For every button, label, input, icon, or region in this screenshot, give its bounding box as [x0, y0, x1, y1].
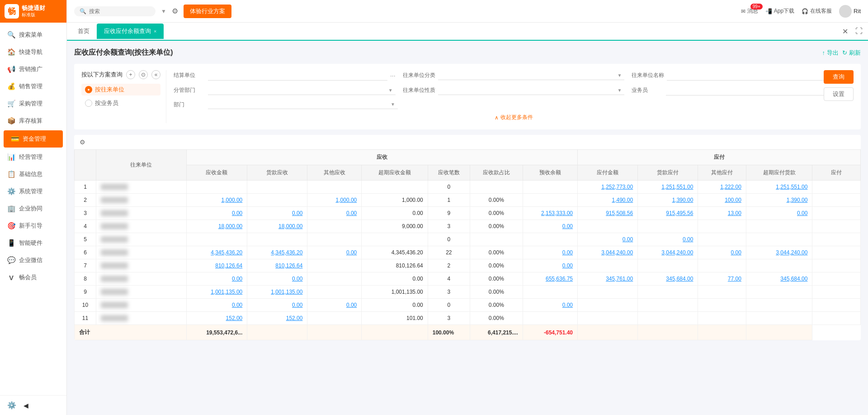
cell-val[interactable]: 0.00 [638, 233, 698, 246]
sidebar-item-quicknav[interactable]: 🏠 快捷导航 [0, 43, 66, 61]
topbar-search-input[interactable] [89, 8, 143, 14]
salesperson-input[interactable] [666, 85, 845, 95]
cell-val[interactable]: 0.00 [307, 246, 362, 259]
app-download-btn[interactable]: 📲 App下载 [765, 7, 794, 15]
cell-val[interactable]: 18,000.00 [186, 220, 247, 233]
cell-val[interactable]: 18,000.00 [247, 220, 307, 233]
cell-val[interactable]: 0.00 [307, 207, 362, 220]
cell-val[interactable]: 3,044,240.00 [746, 246, 812, 259]
cell-val[interactable]: 0.00 [698, 246, 746, 259]
settlement-unit-input[interactable] [208, 70, 387, 81]
cell-val[interactable]: 655,636.75 [523, 272, 577, 286]
online-service-btn[interactable]: 🎧 在线客服 [802, 7, 832, 15]
cell-val[interactable]: 3,044,240.00 [578, 246, 638, 259]
promo-button[interactable]: 体验行业方案 [184, 5, 231, 18]
cell-val[interactable]: 4,345,436.20 [247, 246, 307, 259]
tab-home[interactable]: 首页 [71, 24, 97, 39]
cell-val[interactable]: 1,251,551.00 [746, 181, 812, 194]
cell-val[interactable]: 4,345,436.20 [186, 246, 247, 259]
table-scroll[interactable]: 往来单位 应收 应付 应收金额 货款应收 其他应收 超期应收金额 应收笔数 应收… [74, 149, 861, 340]
cell-val[interactable]: 0.00 [523, 246, 577, 259]
filter-settings-btn[interactable]: ⊙ [139, 70, 148, 79]
refresh-button[interactable]: ↻ 刷新 [842, 49, 861, 57]
cell-val[interactable]: 13.00 [698, 207, 746, 220]
topbar-chevron-icon[interactable]: ▼ [161, 8, 166, 14]
cell-val[interactable]: 1,001,135.00 [247, 286, 307, 299]
cell-val[interactable]: 1,390.00 [638, 194, 698, 207]
settings-button[interactable]: 设置 [824, 87, 854, 101]
dept-select[interactable]: ▼ [208, 86, 396, 95]
topbar-search-box[interactable]: 🔍 [74, 6, 156, 16]
cell-val[interactable]: 1,222.00 [698, 181, 746, 194]
sidebar-item-purchase[interactable]: 🛒 采购管理 [0, 95, 66, 112]
sidebar-item-inventory[interactable]: 📦 库存核算 [0, 112, 66, 129]
scheme-item-partner[interactable]: ● 按往来单位 [81, 84, 160, 95]
cell-val[interactable]: 2,153,333.00 [523, 207, 577, 220]
cell-val[interactable]: 77.00 [698, 272, 746, 286]
cell-val[interactable]: 1,000.00 [307, 194, 362, 207]
cell-val[interactable]: 0.00 [578, 233, 638, 246]
cell-val[interactable]: 1,390.00 [746, 194, 812, 207]
cell-val[interactable]: 0.00 [247, 207, 307, 220]
sidebar-item-search[interactable]: 🔍 搜索菜单 [0, 26, 66, 43]
cell-val[interactable]: 0.00 [523, 299, 577, 312]
cell-val[interactable]: 345,761.00 [578, 272, 638, 286]
collapse-button[interactable]: ∧ 收起更多条件 [174, 112, 854, 123]
cell-val[interactable]: 0.00 [247, 272, 307, 286]
sidebar-item-guide[interactable]: 🎯 新手引导 [0, 217, 66, 234]
sidebar-item-sales[interactable]: 💰 销售管理 [0, 78, 66, 95]
tab-receivable-payable[interactable]: 应收应付余额查询 × [97, 24, 164, 39]
cell-val[interactable]: 0.00 [186, 299, 247, 312]
footer-rec-total[interactable]: 19,553,472,6... [186, 325, 247, 340]
tab-close-window-icon[interactable]: ✕ [840, 25, 850, 38]
settlement-dots-icon[interactable]: ··· [390, 72, 396, 79]
cell-val[interactable]: 100.00 [698, 194, 746, 207]
user-avatar[interactable]: Rit [839, 5, 861, 18]
tab-close-icon[interactable]: × [154, 29, 156, 34]
cell-val[interactable]: 810,126.64 [247, 259, 307, 272]
sidebar-item-finance[interactable]: 💳 资金管理 [4, 130, 63, 148]
cell-val[interactable]: 0.00 [186, 272, 247, 286]
filter-collapse-btn[interactable]: « [151, 70, 160, 79]
cell-val[interactable]: 1,251,551.00 [638, 181, 698, 194]
tab-expand-icon[interactable]: ⛶ [854, 25, 864, 37]
topbar-gear-icon[interactable]: ⚙ [172, 7, 178, 15]
sidebar-item-system[interactable]: ⚙️ 系统管理 [0, 183, 66, 200]
department-select[interactable]: ▼ [208, 100, 398, 109]
filter-add-btn[interactable]: + [126, 70, 135, 79]
cell-val[interactable]: 0.00 [307, 299, 362, 312]
sidebar-item-basic[interactable]: 📋 基础信息 [0, 166, 66, 183]
partner-nature-select[interactable]: ▼ [438, 86, 625, 95]
cell-val[interactable]: 345,684.00 [746, 272, 812, 286]
sidebar-item-hardware[interactable]: 📱 智能硬件 [0, 234, 66, 252]
cell-val[interactable]: 1,252,773.00 [578, 181, 638, 194]
cell-val[interactable]: 1,001,135.00 [186, 286, 247, 299]
cell-val[interactable]: 0.00 [247, 299, 307, 312]
cell-val[interactable]: 152.00 [186, 312, 247, 325]
footer-rec-prepay[interactable]: 6,417,215.... [470, 325, 523, 340]
cell-val[interactable]: 915,495.56 [638, 207, 698, 220]
sidebar-item-operation[interactable]: 📊 经营管理 [0, 148, 66, 166]
message-btn[interactable]: ✉ 消息 99+ [741, 7, 758, 15]
cell-val[interactable]: 152.00 [247, 312, 307, 325]
cell-val[interactable]: 1,000.00 [186, 194, 247, 207]
cell-val[interactable]: 0.00 [186, 207, 247, 220]
cell-val[interactable]: 0.00 [746, 207, 812, 220]
table-settings-icon[interactable]: ⚙ [80, 138, 85, 146]
query-button[interactable]: 查询 [824, 70, 854, 84]
sidebar-item-member[interactable]: V 畅会员 [0, 269, 66, 286]
cell-val[interactable]: 0.00 [523, 220, 577, 233]
export-button[interactable]: ↑ 导出 [822, 49, 839, 57]
footer-collapse-icon[interactable]: ◀ [24, 402, 28, 409]
cell-val[interactable]: 0.00 [523, 259, 577, 272]
sidebar-item-corp[interactable]: 🏢 企业协同 [0, 200, 66, 217]
cell-val[interactable]: 345,684.00 [638, 272, 698, 286]
sidebar-item-wechat[interactable]: 💬 企业微信 [0, 252, 66, 269]
partner-category-select[interactable]: ▼ [438, 71, 625, 80]
cell-val[interactable]: 1,490.00 [578, 194, 638, 207]
cell-val[interactable]: 810,126.64 [186, 259, 247, 272]
footer-settings-icon[interactable]: ⚙️ [7, 401, 16, 410]
sidebar-item-marketing[interactable]: 📢 营销推广 [0, 61, 66, 78]
cell-val[interactable]: 915,508.56 [578, 207, 638, 220]
cell-val[interactable]: 3,044,240.00 [638, 246, 698, 259]
